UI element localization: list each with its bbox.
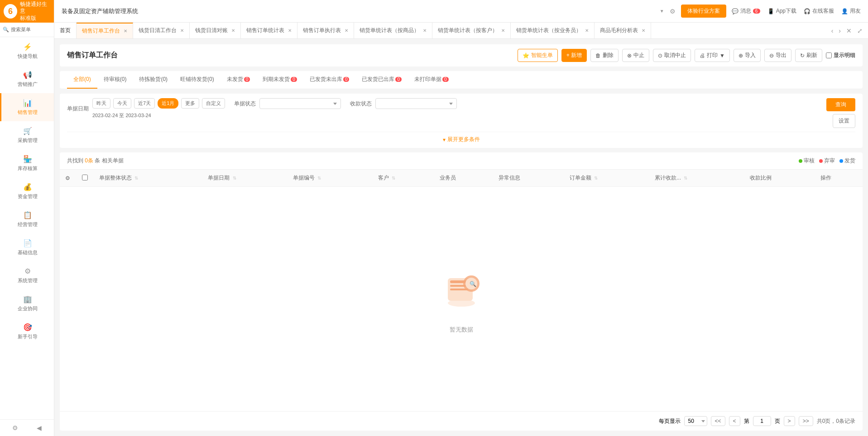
import-icon: ⊕: [739, 52, 743, 59]
date-btn-yesterday[interactable]: 昨天: [92, 98, 110, 109]
tab-close-sales-exec[interactable]: ✕: [345, 28, 348, 33]
tab-home[interactable]: 首页: [54, 23, 77, 39]
tab-close-all[interactable]: ✕: [844, 26, 854, 35]
filter-tab-pending-review[interactable]: 待审核(0): [97, 71, 133, 89]
tab-scroll-right[interactable]: ›: [837, 26, 843, 35]
tab-close-product-margin[interactable]: ✕: [642, 28, 645, 33]
col-settings[interactable]: ⚙: [60, 170, 76, 187]
tab-close-cash-daily[interactable]: ✕: [180, 28, 184, 33]
date-field: 单据日期 昨天 今天 近7天 近1月 更多 自定义 2023-02-24 至 2…: [67, 98, 225, 119]
tab-summary-customer[interactable]: 销货单统计表（按客户） ✕: [432, 23, 511, 39]
enterprise-icon: 🏢: [23, 295, 32, 303]
sidebar-item-quick-nav[interactable]: ⚡ 快捷导航: [0, 37, 54, 65]
sidebar-item-operations[interactable]: 📋 经营管理: [0, 205, 54, 233]
select-all-checkbox[interactable]: [82, 175, 88, 180]
sidebar-item-guide[interactable]: 🎯 新手引导: [0, 318, 54, 346]
col-date[interactable]: 单据日期 ⇅: [202, 170, 288, 187]
filter-tab-pending-inspect[interactable]: 待拣验货(0): [133, 71, 174, 89]
filter-tab-shipped-not-out[interactable]: 已发货未出库0: [303, 71, 356, 89]
tab-close-summary-staff[interactable]: ✕: [585, 28, 589, 33]
sidebar-search[interactable]: 🔍 搜索菜单: [0, 23, 54, 37]
user-item[interactable]: 👤 用友: [841, 7, 861, 15]
filter-tab-all[interactable]: 全部(0): [67, 71, 97, 89]
experience-btn[interactable]: 体验行业方案: [681, 5, 726, 18]
query-btn[interactable]: 查询: [826, 98, 855, 111]
col-amount[interactable]: 订单金额 ⇅: [564, 170, 649, 187]
date-btn-today[interactable]: 今天: [113, 98, 131, 109]
online-service-item[interactable]: 🎧 在线客服: [804, 7, 834, 15]
tab-sales-exec[interactable]: 销售订单执行表 ✕: [297, 23, 354, 39]
tab-product-margin[interactable]: 商品毛利分析表 ✕: [595, 23, 651, 39]
user-icon: 👤: [841, 8, 848, 14]
import-btn[interactable]: ⊕ 导入: [734, 49, 761, 62]
smart-icon: ⭐: [523, 52, 529, 59]
last-page-btn[interactable]: >>: [799, 416, 813, 426]
sidebar-collapse-icon[interactable]: ◀: [37, 424, 42, 431]
tab-close-sales-workbench[interactable]: ✕: [124, 28, 127, 33]
show-detail-checkbox[interactable]: [826, 52, 832, 58]
col-customer[interactable]: 客户 ⇅: [373, 170, 434, 187]
sidebar-settings-icon[interactable]: ⚙: [12, 424, 18, 431]
refresh-btn[interactable]: ↻ 刷新: [795, 49, 822, 62]
first-page-btn[interactable]: <<: [711, 416, 725, 426]
tab-summary-product[interactable]: 销货单统计表（按商品） ✕: [354, 23, 432, 39]
tab-close-summary-customer[interactable]: ✕: [501, 28, 505, 33]
filter-tab-wangpu-ship[interactable]: 旺铺待发货(0): [174, 71, 221, 89]
new-btn[interactable]: + 新增: [561, 49, 587, 62]
next-page-btn[interactable]: >: [784, 416, 795, 426]
search-settings-btn[interactable]: 设置: [833, 114, 855, 128]
print-dropdown-icon[interactable]: ▼: [719, 52, 725, 59]
col-checkbox[interactable]: [76, 170, 94, 187]
tab-scroll-left[interactable]: ‹: [830, 26, 835, 35]
prev-page-btn[interactable]: <: [729, 416, 740, 426]
sidebar-item-marketing[interactable]: 📢 营销推广: [0, 65, 54, 93]
sidebar-item-enterprise[interactable]: 🏢 企业协同: [0, 289, 54, 318]
date-btn-more[interactable]: 更多: [181, 98, 199, 109]
sort-amount-icon: ⇅: [594, 175, 598, 180]
sidebar-item-system[interactable]: ⚙ 系统管理: [0, 261, 54, 289]
status-select[interactable]: [259, 98, 341, 109]
date-btn-1month[interactable]: 近1月: [158, 98, 178, 109]
tab-cash-reconcile[interactable]: 钱货日清对账 ✕: [190, 23, 241, 39]
message-item[interactable]: 💬 消息 6: [732, 7, 760, 15]
ship-action[interactable]: 发货: [839, 157, 855, 165]
page-number-input[interactable]: [753, 416, 771, 426]
col-number[interactable]: 单据编号 ⇅: [288, 170, 373, 187]
tab-sales-workbench[interactable]: 销售订单工作台 ✕: [77, 23, 133, 39]
header-settings-icon[interactable]: ⚙: [670, 8, 676, 15]
review-action[interactable]: 审核: [799, 157, 815, 165]
cancel-stop-btn[interactable]: ⊙ 取消中止: [653, 49, 691, 62]
stop-btn[interactable]: ⊗ 中止: [622, 49, 649, 62]
tab-cash-daily[interactable]: 钱货日清工作台 ✕: [133, 23, 190, 39]
cancel-action[interactable]: 弃审: [819, 157, 835, 165]
tab-sales-stats[interactable]: 销售订单统计表 ✕: [241, 23, 297, 39]
filter-tab-not-printed[interactable]: 未打印单据0: [408, 71, 455, 89]
export-btn[interactable]: ⊖ 导出: [764, 49, 791, 62]
tab-expand[interactable]: ⤢: [855, 26, 864, 35]
col-collected[interactable]: 累计收款... ⇅: [649, 170, 744, 187]
sidebar-item-sales[interactable]: 📊 销售管理: [0, 93, 54, 121]
page-size-select[interactable]: 10 20 50 100: [684, 416, 707, 426]
smart-btn[interactable]: ⭐ 智能生单: [518, 49, 558, 62]
sidebar-item-finance[interactable]: 💰 资金管理: [0, 177, 54, 205]
filter-tab-not-shipped[interactable]: 未发货0: [221, 71, 257, 89]
sidebar-item-inventory[interactable]: 🏪 库存核算: [0, 149, 54, 177]
tab-close-sales-stats[interactable]: ✕: [288, 28, 292, 33]
system-dropdown-icon[interactable]: ▼: [660, 9, 664, 14]
delete-btn[interactable]: 🗑 删除: [590, 49, 619, 62]
tab-close-cash-reconcile[interactable]: ✕: [231, 28, 235, 33]
date-btn-7days[interactable]: 近7天: [134, 98, 155, 109]
payment-select[interactable]: [375, 98, 457, 109]
tab-summary-staff[interactable]: 销货单统计表（按业务员） ✕: [511, 23, 595, 39]
tab-close-summary-product[interactable]: ✕: [423, 28, 427, 33]
sidebar-item-purchase[interactable]: 🛒 采购管理: [0, 121, 54, 149]
filter-tab-shipped-out[interactable]: 已发货已出库0: [355, 71, 408, 89]
sidebar-item-basic-info[interactable]: 📄 基础信息: [0, 233, 54, 261]
expand-btn[interactable]: ▾ 展开更多条件: [443, 136, 480, 143]
show-detail-label[interactable]: 显示明细: [826, 52, 855, 59]
print-btn[interactable]: 🖨 打印 ▼: [695, 49, 730, 62]
filter-tab-overdue[interactable]: 到期未发货0: [256, 71, 303, 89]
date-btn-custom[interactable]: 自定义: [202, 98, 225, 109]
app-download-item[interactable]: 📱 App下载: [767, 7, 796, 15]
col-status[interactable]: 单据整体状态 ⇅: [94, 170, 202, 187]
